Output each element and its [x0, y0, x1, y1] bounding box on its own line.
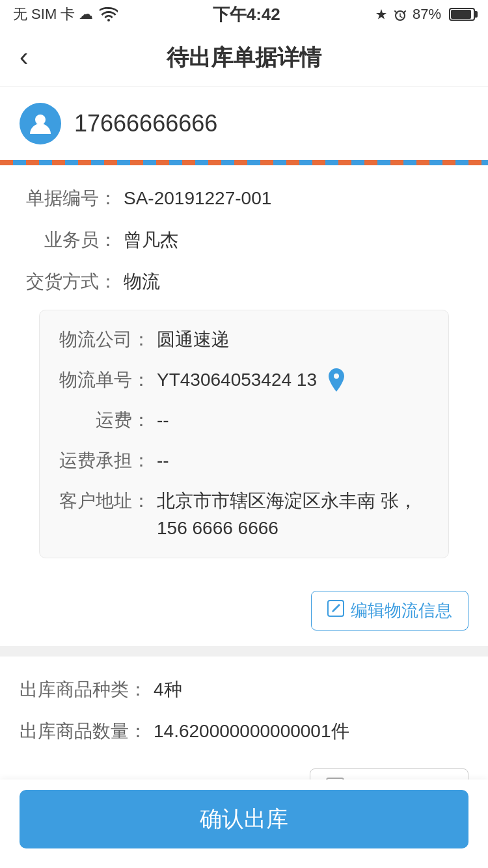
- freight-bear-label: 运费承担：: [53, 447, 150, 474]
- status-right: 87%: [375, 6, 475, 23]
- sim-signal: 无 SIM 卡 ☁: [13, 5, 93, 24]
- freight-label: 运费：: [53, 407, 150, 434]
- page-title: 待出库单据详情: [167, 43, 321, 73]
- logistics-tracking-label: 物流单号：: [53, 366, 150, 394]
- logistics-card: 物流公司： 圆通速递 物流单号： YT43064053424 13 运费： --: [39, 310, 449, 558]
- alarm-icon: [393, 8, 407, 21]
- delivery-label: 交货方式：: [20, 268, 117, 295]
- address-value: 北京市市辖区海淀区永丰南 张，156 6666 6666: [150, 487, 435, 542]
- nav-bar: ‹ 待出库单据详情: [0, 29, 488, 87]
- tracking-location-icon[interactable]: [325, 368, 348, 392]
- product-type-value: 4种: [147, 676, 468, 703]
- logistics-company-value: 圆通速递: [150, 326, 435, 353]
- user-phone: 17666666666: [74, 110, 217, 137]
- address-row: 客户地址： 北京市市辖区海淀区永丰南 张，156 6666 6666: [53, 487, 435, 542]
- salesman-row: 业务员： 曾凡杰: [20, 226, 468, 254]
- edit-btn-row: 编辑物流信息: [0, 578, 488, 646]
- product-quantity-label: 出库商品数量：: [20, 718, 147, 745]
- freight-value: --: [150, 407, 435, 434]
- confirm-outbound-button[interactable]: 确认出库: [20, 790, 468, 848]
- delivery-row: 交货方式： 物流: [20, 268, 468, 295]
- status-time: 下午4:42: [213, 3, 280, 26]
- product-section: 出库商品种类： 4种 出库商品数量： 14.620000000000001件: [0, 657, 488, 758]
- delivery-value: 物流: [117, 268, 468, 295]
- dashed-divider: [0, 160, 488, 165]
- wifi-icon: [100, 7, 118, 21]
- confirm-btn-label: 确认出库: [200, 804, 288, 834]
- product-quantity-row: 出库商品数量： 14.620000000000001件: [20, 718, 468, 745]
- tracking-number: YT43064053424 13: [157, 366, 317, 394]
- product-type-row: 出库商品种类： 4种: [20, 676, 468, 703]
- user-avatar: [20, 103, 61, 144]
- doc-number-value: SA-20191227-001: [117, 185, 468, 212]
- user-section: 17666666666: [0, 87, 488, 160]
- address-label: 客户地址：: [53, 487, 150, 515]
- confirm-btn-container: 确认出库: [0, 780, 488, 868]
- section-divider: [0, 646, 488, 657]
- logistics-tracking-row: 物流单号： YT43064053424 13: [53, 366, 435, 394]
- svg-point-1: [35, 115, 46, 125]
- edit-btn-label: 编辑物流信息: [351, 599, 452, 622]
- salesman-label: 业务员：: [20, 226, 117, 254]
- avatar-icon: [27, 111, 53, 137]
- back-button[interactable]: ‹: [20, 44, 28, 70]
- freight-bear-row: 运费承担： --: [53, 447, 435, 474]
- doc-number-row: 单据编号： SA-20191227-001: [20, 185, 468, 212]
- status-bar: 无 SIM 卡 ☁ 下午4:42 87%: [0, 0, 488, 29]
- location-signal-icon: [375, 8, 388, 21]
- logistics-tracking-value: YT43064053424 13: [150, 366, 435, 394]
- battery-percent: 87%: [413, 6, 441, 23]
- salesman-value: 曾凡杰: [117, 226, 468, 254]
- doc-number-label: 单据编号：: [20, 185, 117, 212]
- product-quantity-value: 14.620000000000001件: [147, 718, 468, 745]
- edit-logistics-button[interactable]: 编辑物流信息: [311, 591, 468, 631]
- freight-row: 运费： --: [53, 407, 435, 434]
- battery-icon: [449, 8, 475, 21]
- status-left: 无 SIM 卡 ☁: [13, 5, 118, 24]
- logistics-company-row: 物流公司： 圆通速递: [53, 326, 435, 353]
- product-type-label: 出库商品种类：: [20, 676, 147, 703]
- edit-icon: [327, 600, 344, 621]
- document-info-section: 单据编号： SA-20191227-001 业务员： 曾凡杰 交货方式： 物流 …: [0, 165, 488, 578]
- logistics-company-label: 物流公司：: [53, 326, 150, 353]
- freight-bear-value: --: [150, 447, 435, 474]
